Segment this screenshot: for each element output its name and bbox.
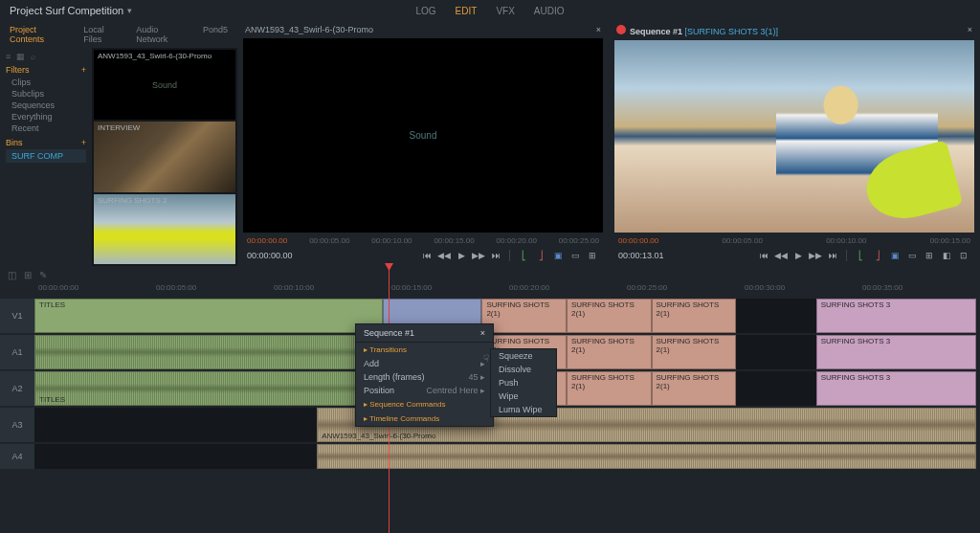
clip-titles-a1[interactable]	[34, 335, 383, 369]
play-button[interactable]: ▶	[455, 249, 468, 262]
ctx-section-sequence[interactable]: ▸ Sequence Commands	[356, 397, 493, 411]
ctx-add[interactable]: Add▸	[356, 357, 493, 370]
track-head-a1[interactable]: A1	[0, 335, 34, 369]
filter-sequences[interactable]: Sequences	[6, 100, 86, 111]
tab-pond5[interactable]: Pond5	[203, 25, 228, 44]
mark-in-button[interactable]: ⎣	[517, 249, 530, 262]
tab-log[interactable]: LOG	[415, 6, 435, 16]
tab-audio-network[interactable]: Audio Network	[136, 25, 189, 44]
title-bar: Project Surf Competition ▾ LOG EDIT VFX …	[0, 0, 980, 21]
tab-project-contents[interactable]: Project Contents	[10, 25, 70, 44]
bin-surf-comp[interactable]: SURF COMP	[6, 149, 86, 163]
ctx-section-transitions[interactable]: ▸ Transitions	[356, 343, 493, 357]
clip-anw-a4[interactable]	[317, 444, 976, 469]
thumb-anw-swirl[interactable]: ANW1593_43_Swirl-6-(30-Promo Sound	[94, 50, 235, 120]
bins-heading: Bins	[6, 138, 23, 147]
view-grid-icon[interactable]: ▦	[16, 52, 25, 61]
clip-titles-a2[interactable]: TITLES	[34, 371, 383, 406]
tool-b-button[interactable]: ▭	[905, 249, 919, 262]
view-list-icon[interactable]: ≡	[6, 52, 11, 61]
ctx-close-icon[interactable]: ×	[480, 328, 485, 338]
filter-clips[interactable]: Clips	[6, 77, 86, 88]
tab-audio[interactable]: AUDIO	[534, 6, 565, 16]
source-ruler[interactable]: 00:00:00.0000:00:05.0000:00:10.0000:00:1…	[241, 234, 605, 247]
tool-e-button[interactable]: ⊡	[957, 249, 970, 262]
tab-vfx[interactable]: VFX	[496, 6, 514, 16]
tab-local-files[interactable]: Local Files	[83, 25, 122, 44]
clip-ss2-a2-c[interactable]: SURFING SHOTS 2(1)	[652, 371, 737, 406]
tl-tool-2-icon[interactable]: ⊞	[24, 270, 32, 280]
filter-everything[interactable]: Everything	[6, 111, 86, 122]
filters-heading: Filters	[6, 65, 30, 75]
go-start-button[interactable]: ⏮	[420, 249, 434, 262]
program-ruler[interactable]: 00:00:00.0000:00:05.0000:00:10.0000:00:1…	[612, 234, 976, 247]
ctx-position[interactable]: PositionCentred Here ▸	[356, 384, 493, 397]
sub-luma-wipe[interactable]: Luma Wipe	[491, 403, 556, 416]
sequence-clip-name: [SURFING SHOTS 3(1)]	[685, 27, 779, 36]
tool-a-button[interactable]: ▣	[888, 249, 902, 262]
source-monitor[interactable]: Sound	[243, 38, 603, 233]
mark-in-button[interactable]: ⎣	[854, 249, 867, 262]
ctx-length[interactable]: Length (frames)45 ▸	[356, 370, 493, 384]
replace-button[interactable]: ⊞	[586, 249, 599, 262]
bins-add-icon[interactable]: +	[81, 138, 86, 147]
ctx-section-timeline[interactable]: ▸ Timeline Commands	[356, 411, 493, 426]
step-fwd-button[interactable]: ▶▶	[472, 249, 485, 262]
go-end-button[interactable]: ⏭	[489, 249, 502, 262]
filter-recent[interactable]: Recent	[6, 122, 86, 134]
tool-d-button[interactable]: ◧	[940, 249, 953, 262]
clip-ss2-v1-c[interactable]: SURFING SHOTS 2(1)	[652, 299, 737, 333]
track-head-a3[interactable]: A3	[0, 408, 34, 442]
tab-edit[interactable]: EDIT	[456, 6, 478, 16]
clip-ss2-a1-c[interactable]: SURFING SHOTS 2(1)	[652, 335, 737, 369]
clip-titles-v1[interactable]: TITLES	[34, 299, 383, 333]
main-tabs: LOG EDIT VFX AUDIO	[415, 6, 564, 16]
program-monitor[interactable]	[614, 40, 974, 233]
tool-c-button[interactable]: ⊞	[923, 249, 936, 262]
sub-push[interactable]: Push	[491, 376, 556, 389]
timeline-ruler[interactable]: 00:00:00:0000:00:05:0000:00:10:0000:00:1…	[0, 283, 980, 297]
sub-dissolve[interactable]: Dissolve	[491, 363, 556, 376]
step-back-button[interactable]: ◀◀	[437, 249, 451, 262]
program-close-icon[interactable]: ×	[968, 25, 972, 36]
timeline-toolbar: ◫ ⊞ ✎	[0, 266, 980, 283]
search-icon[interactable]: ⌕	[31, 52, 35, 61]
go-end-button[interactable]: ⏭	[826, 249, 839, 262]
thumb-interview[interactable]: INTERVIEW	[94, 122, 235, 191]
source-transport: 00:00:00.00 ⏮ ◀◀ ▶ ▶▶ ⏭ ⎣ ⎦ ▣ ▭ ⊞	[241, 247, 605, 264]
clip-ss2-a2-b[interactable]: SURFING SHOTS 2(1)	[567, 371, 652, 406]
clip-ss3-v1[interactable]: SURFING SHOTS 3	[816, 299, 976, 333]
mark-out-button[interactable]: ⎦	[534, 249, 547, 262]
overwrite-button[interactable]: ▭	[568, 249, 582, 262]
clip-ss2-v1-a[interactable]: SURFING SHOTS 2(1)	[481, 299, 567, 333]
project-chevron-icon[interactable]: ▾	[127, 6, 132, 15]
project-panel-tabs: Project Contents Local Files Audio Netwo…	[0, 21, 237, 48]
clip-ss2-a1-b[interactable]: SURFING SHOTS 2(1)	[567, 335, 652, 369]
transitions-submenu: Squeeze Dissolve Push Wipe Luma Wipe	[490, 348, 557, 417]
sub-squeeze[interactable]: Squeeze	[491, 349, 556, 363]
track-a4: A4	[0, 444, 976, 469]
step-fwd-button[interactable]: ▶▶	[809, 249, 822, 262]
clip-ss3-a1[interactable]: SURFING SHOTS 3	[816, 335, 976, 369]
track-head-v1[interactable]: V1	[0, 299, 34, 333]
tl-tool-1-icon[interactable]: ◫	[8, 270, 16, 280]
go-start-button[interactable]: ⏮	[757, 249, 770, 262]
source-close-icon[interactable]: ×	[596, 25, 601, 34]
tl-tool-3-icon[interactable]: ✎	[39, 270, 47, 280]
insert-button[interactable]: ▣	[551, 249, 565, 262]
filters-add-icon[interactable]: +	[81, 65, 86, 75]
source-timecode: 00:00:00.00	[247, 251, 293, 260]
thumb-surfing-shots[interactable]: SURFING SHOTS 2	[94, 194, 235, 264]
clip-ss3-a2[interactable]: SURFING SHOTS 3	[816, 371, 976, 406]
clip-ss2-v1-b[interactable]: SURFING SHOTS 2(1)	[567, 299, 652, 333]
sub-wipe[interactable]: Wipe	[491, 389, 556, 403]
project-panel: Project Contents Local Files Audio Netwo…	[0, 21, 237, 266]
play-button[interactable]: ▶	[791, 249, 805, 262]
step-back-button[interactable]: ◀◀	[774, 249, 788, 262]
track-head-a4[interactable]: A4	[0, 444, 34, 469]
track-head-a2[interactable]: A2	[0, 371, 34, 406]
filter-subclips[interactable]: Subclips	[6, 88, 86, 100]
program-timecode: 00:00:13.01	[618, 251, 664, 260]
mark-out-button[interactable]: ⎦	[871, 249, 884, 262]
source-viewer: ANW1593_43_Swirl-6-(30-Promo × Sound 00:…	[237, 21, 609, 266]
